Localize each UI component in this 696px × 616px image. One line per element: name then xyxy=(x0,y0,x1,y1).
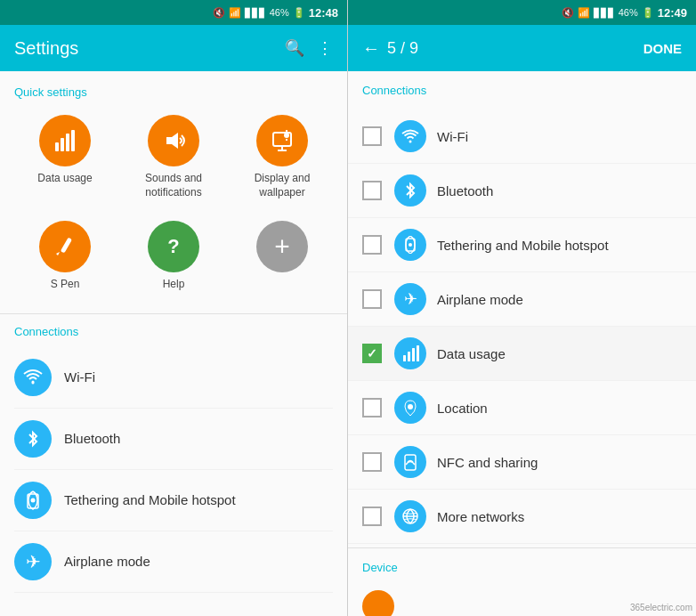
right-nfc-icon xyxy=(394,446,426,478)
right-item-wifi[interactable]: Wi-Fi xyxy=(348,109,696,164)
right-item-tethering[interactable]: Tethering and Mobile hotspot xyxy=(348,218,696,272)
list-item-wifi[interactable]: Wi-Fi xyxy=(14,347,333,409)
back-button[interactable]: ← xyxy=(362,38,380,59)
qs-add-icon: + xyxy=(256,221,308,272)
quick-settings-grid: Data usage Sounds and notifications xyxy=(14,108,333,299)
qs-spen[interactable]: S Pen xyxy=(14,214,116,299)
device-section-label: Device xyxy=(362,561,682,574)
checkbox-more-networks[interactable] xyxy=(362,507,382,526)
mute-icon-right: 🔇 xyxy=(562,7,574,19)
tethering-list-label: Tethering and Mobile hotspot xyxy=(64,492,236,507)
header-left: Settings 🔍 ⋮ xyxy=(0,25,347,71)
qs-display-icon xyxy=(256,115,308,166)
right-bluetooth-label: Bluetooth xyxy=(437,183,493,199)
list-item-airplane[interactable]: ✈ Airplane mode xyxy=(14,531,333,593)
tethering-list-icon xyxy=(14,482,52,519)
left-panel: 🔇 📶 ▊▊▊ 46% 🔋 12:48 Settings 🔍 ⋮ Quick s… xyxy=(0,0,348,616)
qs-data-usage[interactable]: Data usage xyxy=(14,108,116,207)
checkbox-location[interactable] xyxy=(362,398,382,417)
qs-display[interactable]: Display and wallpaper xyxy=(231,108,333,207)
more-icon[interactable]: ⋮ xyxy=(317,38,333,58)
right-item-more-networks[interactable]: More networks xyxy=(348,490,696,544)
svg-rect-22 xyxy=(412,348,415,361)
checkbox-nfc[interactable] xyxy=(362,452,382,472)
wifi-list-label: Wi-Fi xyxy=(64,369,95,385)
svg-rect-23 xyxy=(417,345,419,361)
right-item-data-usage[interactable]: Data usage xyxy=(348,327,696,381)
device-section: Device xyxy=(348,547,696,587)
svg-point-8 xyxy=(284,133,289,138)
done-button[interactable]: DONE xyxy=(643,41,682,56)
right-more-networks-icon xyxy=(394,500,426,532)
right-data-usage-icon xyxy=(394,337,426,369)
right-item-location[interactable]: Location xyxy=(348,381,696,435)
battery-indicator-left: 🔋 xyxy=(293,7,305,19)
svg-point-16 xyxy=(31,498,36,502)
svg-marker-4 xyxy=(166,133,178,149)
svg-point-17 xyxy=(409,141,412,143)
svg-rect-0 xyxy=(55,142,59,151)
qs-data-usage-label: Data usage xyxy=(37,172,92,186)
qs-data-usage-icon xyxy=(39,115,91,166)
list-item-tethering[interactable]: Tethering and Mobile hotspot xyxy=(14,470,333,531)
search-icon[interactable]: 🔍 xyxy=(285,38,304,58)
qs-spen-label: S Pen xyxy=(51,278,80,292)
divider-left xyxy=(0,313,347,314)
svg-rect-11 xyxy=(61,238,72,254)
qs-help[interactable]: ? Help xyxy=(123,214,224,299)
svg-point-14 xyxy=(32,381,35,384)
connections-section-right: Connections xyxy=(348,71,696,109)
qs-add[interactable]: + xyxy=(231,214,333,299)
device-first-icon xyxy=(362,590,394,616)
wifi-icon-left: 📶 xyxy=(229,7,241,19)
bluetooth-list-label: Bluetooth xyxy=(64,431,120,446)
time-right: 12:49 xyxy=(658,6,687,20)
battery-indicator-right: 🔋 xyxy=(642,7,654,19)
svg-point-19 xyxy=(409,243,412,247)
svg-marker-12 xyxy=(56,252,60,255)
airplane-list-icon: ✈ xyxy=(14,543,52,580)
header-right: ← 5 / 9 DONE xyxy=(348,25,696,71)
battery-right: 46% xyxy=(619,7,638,18)
qs-help-label: Help xyxy=(163,278,185,292)
airplane-list-label: Airplane mode xyxy=(64,554,150,569)
right-item-nfc[interactable]: NFC and sharing xyxy=(348,435,696,490)
svg-rect-1 xyxy=(61,138,64,151)
mute-icon: 🔇 xyxy=(213,7,225,19)
qs-display-label: Display and wallpaper xyxy=(235,172,329,199)
right-data-usage-label: Data usage xyxy=(437,346,506,361)
right-item-airplane[interactable]: ✈ Airplane mode xyxy=(348,272,696,327)
right-nfc-label: NFC and sharing xyxy=(437,455,538,470)
svg-rect-20 xyxy=(403,355,406,361)
time-left: 12:48 xyxy=(309,6,338,20)
checkbox-wifi[interactable] xyxy=(362,126,382,146)
signal-icon-right: ▊▊▊ xyxy=(594,8,615,18)
checkbox-tethering[interactable] xyxy=(362,235,382,255)
connections-label-right: Connections xyxy=(362,84,682,97)
checkbox-airplane[interactable] xyxy=(362,289,382,309)
checkbox-data-usage[interactable] xyxy=(362,344,382,363)
right-content: Connections Wi-Fi Bluet xyxy=(348,71,696,616)
right-item-bluetooth[interactable]: Bluetooth xyxy=(348,164,696,218)
watermark: 365electric.com xyxy=(630,603,692,612)
svg-point-24 xyxy=(408,404,413,409)
bluetooth-list-icon xyxy=(14,420,52,458)
status-bar-right: 🔇 📶 ▊▊▊ 46% 🔋 12:49 xyxy=(348,0,696,25)
right-location-icon xyxy=(394,392,426,424)
checkbox-bluetooth[interactable] xyxy=(362,181,382,200)
wifi-icon-right: 📶 xyxy=(578,7,590,19)
svg-rect-2 xyxy=(66,134,69,151)
right-bluetooth-icon xyxy=(394,174,426,207)
qs-spen-icon xyxy=(39,221,91,272)
right-location-label: Location xyxy=(437,401,488,416)
right-tethering-icon xyxy=(394,229,426,261)
qs-sounds[interactable]: Sounds and notifications xyxy=(123,108,224,207)
pagination-label: 5 / 9 xyxy=(387,39,643,58)
right-wifi-label: Wi-Fi xyxy=(437,129,468,144)
right-wifi-icon xyxy=(394,120,426,152)
right-airplane-label: Airplane mode xyxy=(437,292,523,307)
svg-text:?: ? xyxy=(167,235,179,257)
list-item-bluetooth[interactable]: Bluetooth xyxy=(14,409,333,470)
signal-icon-left: ▊▊▊ xyxy=(245,8,266,18)
svg-rect-25 xyxy=(405,455,416,470)
